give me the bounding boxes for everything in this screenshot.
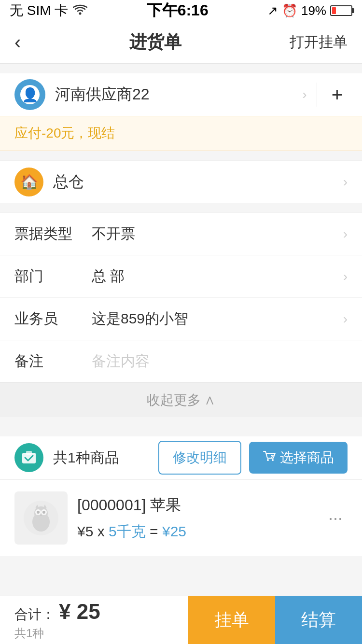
product-code: [0000001] bbox=[77, 496, 146, 514]
chevron-right-icon: › bbox=[343, 311, 348, 327]
invoice-row[interactable]: 票据类型 不开票 › bbox=[0, 212, 362, 255]
battery-icon bbox=[330, 5, 352, 16]
svg-rect-2 bbox=[26, 451, 32, 455]
warehouse-name: 总仓 bbox=[53, 171, 338, 193]
warehouse-row[interactable]: 🏠 总仓 › bbox=[0, 160, 362, 203]
remark-row[interactable]: 备注 备注内容 bbox=[0, 340, 362, 382]
line-total: ¥25 bbox=[162, 523, 186, 539]
battery-text: 19% bbox=[301, 3, 326, 18]
invoice-label: 票据类型 bbox=[14, 224, 82, 244]
total-label: 合计： bbox=[14, 605, 55, 624]
total-row: 合计： ¥ 25 bbox=[14, 600, 174, 624]
equals-sign: = bbox=[150, 523, 162, 539]
svg-point-10 bbox=[37, 511, 40, 514]
quantity: 5千克 bbox=[109, 523, 146, 539]
page-title: 进货单 bbox=[129, 30, 181, 54]
chevron-right-icon: › bbox=[343, 269, 348, 284]
back-button[interactable]: ‹ bbox=[14, 31, 21, 53]
product-header: 共1种商品 修改明细 选择商品 bbox=[0, 436, 362, 479]
product-title: 苹果 bbox=[150, 496, 181, 514]
product-name: [0000001] 苹果 bbox=[77, 495, 323, 516]
product-thumbnail bbox=[14, 491, 68, 545]
status-right: ↗ ⏰ 19% bbox=[267, 3, 352, 18]
avatar: 👤 bbox=[14, 79, 45, 110]
house-icon: 🏠 bbox=[20, 173, 38, 190]
dept-label: 部门 bbox=[14, 266, 82, 286]
add-button[interactable]: + bbox=[327, 79, 348, 111]
svg-point-0 bbox=[79, 13, 82, 15]
product-info: [0000001] 苹果 ¥5 x 5千克 = ¥25 bbox=[77, 495, 323, 542]
sales-row[interactable]: 业务员 这是859的小智 › bbox=[0, 297, 362, 340]
alarm-icon: ⏰ bbox=[282, 3, 297, 18]
divider bbox=[317, 83, 317, 107]
dept-row[interactable]: 部门 总 部 › bbox=[0, 255, 362, 297]
total-sub: 共1种 bbox=[14, 626, 174, 641]
product-price-row: ¥5 x 5千克 = ¥25 bbox=[77, 522, 323, 542]
chevron-right-icon: › bbox=[343, 226, 348, 242]
nav-bar: ‹ 进货单 打开挂单 bbox=[0, 21, 362, 64]
invoice-value: 不开票 bbox=[82, 224, 338, 244]
warehouse-icon: 🏠 bbox=[14, 168, 43, 196]
product-count: 共1种商品 bbox=[53, 448, 158, 468]
checkout-button[interactable]: 结算 bbox=[275, 596, 362, 644]
supplier-section: 👤 河南供应商22 › + 应付-20元，现结 bbox=[0, 73, 362, 151]
carrier-text: 无 SIM 卡 bbox=[10, 1, 68, 20]
form-section: 票据类型 不开票 › 部门 总 部 › 业务员 这是859的小智 › 备注 备注… bbox=[0, 212, 362, 417]
svg-point-3 bbox=[267, 459, 269, 461]
chevron-right-icon: › bbox=[343, 174, 348, 190]
section-gap-2 bbox=[0, 151, 362, 160]
svg-point-4 bbox=[272, 459, 274, 461]
select-product-button[interactable]: 选择商品 bbox=[249, 442, 348, 474]
dept-value: 总 部 bbox=[82, 266, 338, 286]
status-time: 下午6:16 bbox=[147, 0, 209, 21]
cart-icon bbox=[263, 450, 276, 465]
more-button[interactable]: ··· bbox=[323, 503, 348, 533]
total-amount: ¥ 25 bbox=[59, 600, 100, 624]
owl-logo-icon bbox=[22, 499, 60, 537]
collapse-label: 收起更多 ∧ bbox=[147, 391, 216, 409]
location-icon: ↗ bbox=[267, 3, 278, 18]
product-icon bbox=[14, 443, 43, 472]
status-left: 无 SIM 卡 bbox=[10, 1, 87, 20]
select-product-label: 选择商品 bbox=[280, 448, 334, 467]
warehouse-section: 🏠 总仓 › bbox=[0, 160, 362, 203]
open-hang-button[interactable]: 打开挂单 bbox=[290, 32, 348, 52]
supplier-name: 河南供应商22 bbox=[55, 84, 297, 105]
bottom-bar: 合计： ¥ 25 共1种 挂单 结算 bbox=[0, 596, 362, 644]
section-gap-4 bbox=[0, 417, 362, 427]
chevron-right-icon: › bbox=[302, 87, 306, 102]
status-bar: 无 SIM 卡 下午6:16 ↗ ⏰ 19% bbox=[0, 0, 362, 21]
supplier-row[interactable]: 👤 河南供应商22 › + bbox=[0, 73, 362, 116]
svg-point-11 bbox=[42, 511, 45, 514]
alert-banner: 应付-20元，现结 bbox=[0, 116, 362, 151]
section-gap-3 bbox=[0, 203, 362, 212]
total-section: 合计： ¥ 25 共1种 bbox=[0, 596, 188, 644]
avatar-inner: 👤 bbox=[20, 85, 40, 104]
sales-value: 这是859的小智 bbox=[82, 309, 338, 329]
person-icon: 👤 bbox=[22, 87, 39, 103]
collapse-button[interactable]: 收起更多 ∧ bbox=[0, 382, 362, 417]
hang-button[interactable]: 挂单 bbox=[188, 596, 275, 644]
remark-label: 备注 bbox=[14, 351, 82, 371]
edit-detail-button[interactable]: 修改明细 bbox=[158, 441, 241, 475]
section-gap-1 bbox=[0, 64, 362, 73]
wifi-icon bbox=[73, 3, 87, 18]
remark-value[interactable]: 备注内容 bbox=[82, 351, 348, 371]
sales-label: 业务员 bbox=[14, 309, 82, 329]
multiply-icon: x bbox=[97, 523, 109, 539]
unit-price: ¥5 bbox=[77, 523, 93, 539]
product-item: [0000001] 苹果 ¥5 x 5千克 = ¥25 ··· bbox=[0, 479, 362, 556]
